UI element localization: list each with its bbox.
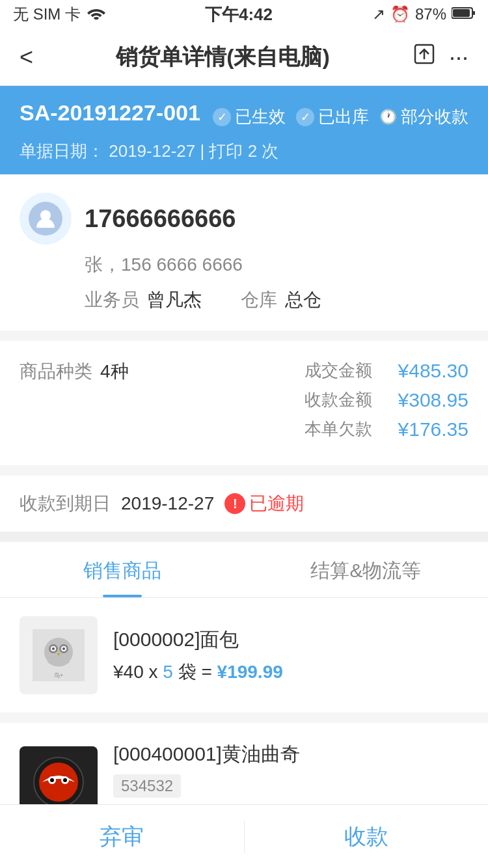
battery-label: 87%: [415, 5, 446, 23]
status-right: ↗ ⏰ 87%: [372, 5, 475, 23]
svg-point-13: [62, 647, 65, 650]
product-types-value: 4种: [100, 359, 129, 384]
deal-amount-label: 成交金额: [305, 359, 372, 382]
location-icon: ↗: [372, 5, 385, 23]
customer-phone: 17666666666: [85, 205, 236, 233]
customer-section: 17666666666 张，156 6666 6666 业务员 曾凡杰 仓库 总…: [0, 174, 488, 331]
battery-icon: [452, 5, 475, 23]
product-types-label: 商品种类: [20, 359, 92, 384]
unit-price-1: ¥40: [113, 662, 144, 682]
warehouse-item: 仓库 总仓: [241, 288, 321, 312]
multiply-sign-1: x: [149, 662, 163, 682]
status-effective: ✓ 已生效: [213, 105, 286, 128]
wifi-icon: [87, 5, 105, 23]
salesman-value: 曾凡杰: [147, 288, 202, 312]
svg-point-22: [63, 778, 67, 782]
total-price-1: ¥199.99: [217, 662, 283, 682]
debt-amount-value: ¥176.35: [398, 418, 468, 441]
warehouse-value: 总仓: [285, 288, 321, 312]
avatar: [20, 193, 72, 245]
back-button[interactable]: <: [20, 44, 33, 71]
tabs-bar: 销售商品 结算&物流等: [0, 542, 488, 598]
tabs-separator: [0, 532, 488, 542]
bottom-bar: 弃审 收款: [0, 804, 488, 868]
product-price-1: ¥40 x 5 袋 = ¥199.99: [113, 660, 468, 685]
status-partial: 🕐 部分收款: [379, 105, 468, 128]
status-bar: 无 SIM 卡 下午4:42 ↗ ⏰ 87%: [0, 0, 488, 29]
overdue-badge: ! 已逾期: [224, 491, 304, 516]
debt-amount-row: 本单欠款 ¥176.35: [305, 418, 468, 441]
customer-meta: 业务员 曾凡杰 仓库 总仓: [85, 288, 468, 312]
page-title: 销货单详情(来自电脑): [116, 42, 330, 72]
warehouse-label: 仓库: [241, 288, 277, 312]
customer-name: 张，156 6666 6666: [85, 252, 468, 277]
tab-settlement[interactable]: 结算&物流等: [244, 542, 488, 597]
more-button[interactable]: ···: [449, 44, 468, 71]
date-value: 2019-12-27: [109, 141, 195, 161]
status-left: 无 SIM 卡: [13, 4, 105, 25]
collection-amount-label: 收款金额: [305, 388, 372, 411]
list-item: 鸟+ [0000002]面包 ¥40 x 5 袋 = ¥199.99: [0, 598, 488, 712]
collection-amount-value: ¥308.95: [398, 389, 468, 411]
header-badges: ✓ 已生效 ✓ 已出库 🕐 部分收款: [213, 105, 468, 128]
deal-amount-value: ¥485.30: [398, 360, 468, 382]
stats-right: 成交金额 ¥485.30 收款金额 ¥308.95 本单欠款 ¥176.35: [305, 359, 468, 447]
nav-bar: < 销货单详情(来自电脑) ···: [0, 29, 488, 86]
tab-sales-products[interactable]: 销售商品: [0, 542, 244, 597]
header-banner: SA-20191227-001 ✓ 已生效 ✓ 已出库 🕐 部分收款 单据日期：…: [0, 86, 488, 174]
product-name-2: [000400001]黄油曲奇: [113, 741, 468, 768]
status-shipped-label: 已出库: [318, 105, 369, 128]
customer-row: 17666666666: [20, 193, 468, 245]
quantity-1: 5: [163, 662, 173, 682]
deal-amount-row: 成交金额 ¥485.30: [305, 359, 468, 382]
reject-button[interactable]: 弃审: [0, 805, 244, 868]
nav-icons: ···: [413, 42, 468, 72]
svg-point-18: [39, 763, 78, 802]
unit-1: 袋: [178, 662, 197, 682]
overdue-icon: !: [224, 493, 245, 514]
clock-icon: 🕐: [379, 109, 397, 126]
product-name-1: [0000002]面包: [113, 627, 468, 653]
date-label: 单据日期：: [20, 141, 104, 161]
svg-point-12: [52, 647, 55, 650]
equals-sign-1: =: [201, 662, 217, 682]
overdue-text: 已逾期: [249, 491, 304, 516]
due-date: 2019-12-27: [121, 493, 214, 514]
svg-text:鸟+: 鸟+: [54, 672, 63, 679]
salesman-label: 业务员: [85, 288, 139, 312]
order-id: SA-20191227-001: [20, 100, 200, 126]
status-time: 下午4:42: [205, 3, 273, 26]
check-icon-2: ✓: [296, 108, 314, 126]
svg-rect-1: [473, 11, 475, 15]
stats-section: 商品种类 4种 成交金额 ¥485.30 收款金额 ¥308.95 本单欠款 ¥…: [0, 341, 488, 465]
collection-amount-row: 收款金额 ¥308.95: [305, 388, 468, 411]
header-date: 单据日期： 2019-12-27 | 打印 2 次: [20, 140, 468, 163]
product-info-1: [0000002]面包 ¥40 x 5 袋 = ¥199.99: [113, 627, 468, 685]
due-section: 收款到期日 2019-12-27 ! 已逾期: [0, 476, 488, 532]
share-button[interactable]: [413, 42, 436, 72]
alarm-icon: ⏰: [390, 5, 410, 23]
carrier-label: 无 SIM 卡: [13, 4, 81, 25]
avatar-icon: [29, 202, 62, 236]
debt-amount-label: 本单欠款: [305, 418, 372, 441]
svg-rect-2: [453, 9, 470, 17]
check-icon-1: ✓: [213, 108, 231, 126]
collect-button[interactable]: 收款: [245, 805, 489, 868]
stats-row: 商品种类 4种 成交金额 ¥485.30 收款金额 ¥308.95 本单欠款 ¥…: [20, 359, 468, 447]
salesman-item: 业务员 曾凡杰: [85, 288, 202, 312]
status-shipped: ✓ 已出库: [296, 105, 369, 128]
due-label: 收款到期日: [20, 491, 111, 516]
product-types-item: 商品种类 4种: [20, 359, 129, 384]
product-tag-2: 534532: [113, 774, 181, 798]
status-partial-label: 部分收款: [401, 105, 468, 128]
product-thumbnail-1: 鸟+: [20, 616, 98, 694]
print-label: | 打印 2 次: [200, 141, 278, 161]
svg-point-21: [50, 778, 54, 782]
status-effective-label: 已生效: [235, 105, 286, 128]
stats-left: 商品种类 4种: [20, 359, 129, 387]
